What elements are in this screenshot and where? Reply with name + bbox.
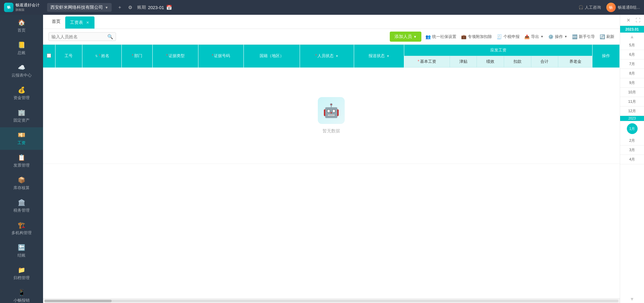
special-deduction-button[interactable]: 💼 专项附加扣除 [461,34,492,40]
sidebar-item-multi-org[interactable]: 🏗️ 多机构管理 [0,217,43,240]
sidebar-item-expense[interactable]: 📱 小畅报销 [0,285,43,303]
date-item-10month[interactable]: 10月 [620,88,644,97]
funds-icon: 💰 [18,86,25,94]
col-name: ⇅ *姓名 [82,45,121,68]
date-list: 5月 6月 7月 8月 9月 10月 11月 12月 2023 1月 2月 3月… [620,41,644,295]
tab-close-button[interactable]: ✕ [85,20,90,25]
sidebar-item-inventory[interactable]: 📦 库存核算 [0,172,43,195]
toolbar-actions: 👥 统一社保设置 💼 专项附加扣除 🧾 个税申报 📤 导出 ▼ ⚙️ [425,34,614,40]
sidebar-item-assets[interactable]: 🏢 固定资产 [0,105,43,127]
tax-report-icon: 🧾 [497,34,502,39]
bottom-scrollbar[interactable] [43,298,620,303]
top-header: 畅 畅遁通好会计 旗舰版 西安虾米网络科技有限公司 ▼ ＋ ⚙ 账期 2023-… [0,0,644,15]
header-right: 🎧 人工咨询 畅 畅遁通B组... [578,3,640,12]
date-item-9month[interactable]: 9月 [620,78,644,88]
year-label: 2023 [626,27,634,31]
col-total: 合计 [531,56,558,68]
col-base-salary: *基本工资 [404,56,450,68]
col-operations: 操作 [593,45,620,68]
calendar-icon[interactable]: 📅 [166,5,172,10]
checkbox-all[interactable] [47,53,51,58]
empty-state-cell: 🤖 暂无数据 [43,68,620,164]
refresh-button[interactable]: 🔄 刷新 [600,34,614,40]
sidebar: 🏠 首页 📒 总账 ☁️ 云报表中心 💰 资金管理 🏢 固定资产 💴 工资 📋 … [0,15,43,303]
col-report-status: 报送状态 ▼ [354,45,404,68]
select-all-checkbox[interactable] [43,45,55,68]
sidebar-label-multi-org: 多机构管理 [11,230,32,236]
sidebar-item-tax[interactable]: 🏛️ 税务管理 [0,195,43,217]
date-item-5month[interactable]: 5月 [620,41,644,50]
payroll-icon: 💴 [18,131,25,139]
sidebar-label-close: 结账 [17,253,26,258]
scroll-down-button[interactable]: ▼ [620,295,644,303]
chevron-down-icon: ▼ [105,6,108,9]
col-allowance: 津贴 [450,56,477,68]
operations-button[interactable]: ⚙️ 操作 ▼ [548,34,567,40]
tab-home-label: 首页 [52,18,61,25]
search-input[interactable] [51,34,105,39]
col-id-type: *证据类型 [153,45,198,68]
add-company-button[interactable]: ＋ [116,3,124,11]
col-department: *部门 [121,45,153,68]
sidebar-item-home[interactable]: 🏠 首页 [0,15,43,37]
sidebar-label-payroll: 工资 [17,140,26,146]
settings-button[interactable]: ⚙ [126,3,135,11]
panel-close-button[interactable]: ✕ [625,17,632,24]
panel-expand-button[interactable]: ⛶ [635,17,641,24]
col-pension: 养老金 [558,56,593,68]
date-item-6month[interactable]: 6月 [620,50,644,59]
sidebar-label-funds: 资金管理 [13,95,30,101]
date-item-7month[interactable]: 7月 [620,59,644,69]
col-employee-id: 工号 [55,45,82,68]
sidebar-label-cloud: 云报表中心 [11,73,32,78]
close-accounts-icon: 🔚 [18,244,25,251]
sidebar-item-archive[interactable]: 📁 归档管理 [0,262,43,285]
date-item-8month[interactable]: 8月 [620,69,644,78]
tab-payroll-label: 工资表 [70,19,83,26]
support-button[interactable]: 🎧 人工咨询 [578,5,601,10]
filter-status-icon[interactable]: ▼ [335,54,338,58]
date-item-4month[interactable]: 4月 [620,155,644,164]
app-logo-text: 畅遁通好会计 旗舰版 [15,3,40,12]
search-icon[interactable]: 🔍 [107,34,113,39]
sidebar-item-ledger[interactable]: 📒 总账 [0,37,43,60]
tax-report-button[interactable]: 🧾 个税申报 [497,34,520,40]
sort-name-icon[interactable]: ⇅ [95,54,98,58]
guide-toolbar-icon: 🆕 [572,34,577,39]
user-info[interactable]: 畅 畅遁通B组... [606,3,640,12]
filter-report-icon[interactable]: ▼ [386,54,389,58]
tab-bar: 首页 工资表 ✕ [43,15,620,29]
date-item-12month[interactable]: 12月 [620,106,644,116]
scrollbar-thumb[interactable] [44,300,112,302]
date-item-2month[interactable]: 2月 [620,136,644,145]
sidebar-item-close-accounts[interactable]: 🔚 结账 [0,240,43,262]
social-security-button[interactable]: 👥 统一社保设置 [425,34,456,40]
add-person-label: 添加人员 [394,34,412,40]
scrollbar-track[interactable] [44,300,618,302]
col-salary-group: 应发工资 [404,45,593,56]
add-person-arrow-icon: ▼ [413,35,417,39]
col-nationality: 国籍（地区） [244,45,300,68]
sidebar-item-payroll[interactable]: 💴 工资 [0,127,43,150]
export-button[interactable]: 📤 导出 ▼ [524,34,543,40]
col-id-number: *证据号码 [198,45,244,68]
multi-org-icon: 🏗️ [18,221,25,229]
tab-payroll[interactable]: 工资表 ✕ [65,16,94,29]
company-selector[interactable]: 西安虾米网络科技有限公司 ▼ [47,3,112,12]
tab-home[interactable]: 首页 [47,15,65,29]
header-actions: ＋ ⚙ [116,3,135,11]
toolbar: 🔍 添加人员 ▼ 👥 统一社保设置 💼 专项附加扣除 🧾 个税申报 [43,29,620,45]
scroll-up-button[interactable]: ▲ [620,33,644,41]
date-item-1month-active[interactable]: 1月 [627,123,638,134]
year-badge-2023: 2023 [620,116,644,121]
inventory-icon: 📦 [18,176,25,184]
sidebar-item-cloud-report[interactable]: ☁️ 云报表中心 [0,60,43,82]
add-person-button[interactable]: 添加人员 ▼ [390,32,421,42]
sidebar-item-funds[interactable]: 💰 资金管理 [0,82,43,105]
guide-toolbar-button[interactable]: 🆕 新手引导 [572,34,595,40]
date-item-11month[interactable]: 11月 [620,97,644,106]
sidebar-item-invoice[interactable]: 📋 发票管理 [0,150,43,172]
empty-state: 🤖 暂无数据 [46,70,616,161]
right-panel: ✕ ⛶ 2023.01 ▲ 5月 6月 7月 8月 9月 10月 11月 12月… [620,15,644,303]
date-item-3month[interactable]: 3月 [620,145,644,155]
